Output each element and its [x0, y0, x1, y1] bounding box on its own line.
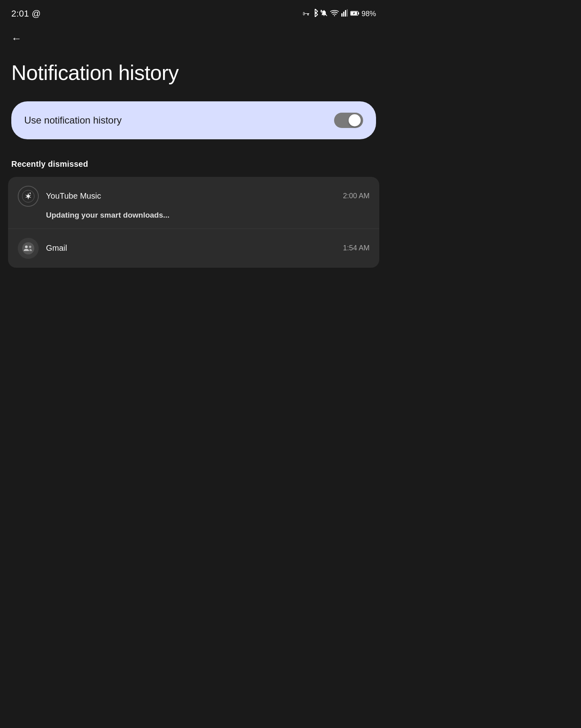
toggle-knob	[349, 114, 361, 126]
section-title: Recently dismissed	[11, 159, 88, 168]
bluetooth-icon	[312, 9, 318, 19]
notification-header-gmail: Gmail 1:54 AM	[18, 238, 370, 259]
recently-dismissed-header: Recently dismissed	[0, 155, 387, 177]
svg-rect-3	[343, 12, 344, 17]
back-button[interactable]: ←	[0, 24, 387, 49]
notification-meta-gmail: Gmail 1:54 AM	[46, 243, 370, 253]
wifi-icon	[330, 10, 339, 18]
status-bar: 2:01 @ 🗝	[0, 0, 387, 24]
svg-rect-8	[358, 12, 359, 14]
battery-icon	[350, 10, 359, 18]
notification-history-toggle[interactable]	[334, 113, 363, 128]
svg-point-1	[334, 15, 335, 16]
yt-music-app-icon	[18, 186, 39, 207]
mute-icon	[320, 9, 328, 19]
toggle-label: Use notification history	[24, 115, 121, 126]
svg-rect-4	[345, 10, 346, 17]
svg-rect-2	[341, 13, 343, 17]
notification-item-gmail[interactable]: Gmail 1:54 AM	[8, 229, 379, 268]
yt-music-message: Updating your smart downloads...	[46, 211, 169, 219]
page-title-section: Notification history	[0, 49, 387, 101]
key-icon: 🗝	[303, 10, 310, 18]
svg-point-11	[22, 242, 34, 254]
svg-rect-5	[347, 9, 348, 17]
notification-meta-yt: YouTube Music 2:00 AM	[46, 191, 370, 201]
svg-point-13	[29, 245, 31, 248]
back-arrow-icon[interactable]: ←	[11, 32, 22, 44]
gmail-app-icon	[18, 238, 39, 259]
notification-body-yt: Updating your smart downloads...	[18, 211, 370, 220]
svg-point-12	[25, 245, 28, 248]
status-icons: 🗝	[303, 9, 376, 19]
notification-header-yt: YouTube Music 2:00 AM	[18, 186, 370, 207]
svg-point-10	[29, 193, 31, 194]
status-time: 2:01 @	[11, 8, 41, 19]
gmail-time: 1:54 AM	[343, 244, 370, 252]
signal-icon	[341, 9, 348, 19]
notifications-list: YouTube Music 2:00 AM Updating your smar…	[8, 177, 379, 268]
page-title: Notification history	[11, 61, 376, 85]
yt-music-time: 2:00 AM	[343, 192, 370, 200]
notification-item-yt-music[interactable]: YouTube Music 2:00 AM Updating your smar…	[8, 177, 379, 229]
gmail-app-name: Gmail	[46, 243, 67, 253]
toggle-card[interactable]: Use notification history	[11, 101, 376, 139]
yt-music-app-name: YouTube Music	[46, 191, 101, 201]
battery-percentage: 98%	[362, 10, 376, 18]
